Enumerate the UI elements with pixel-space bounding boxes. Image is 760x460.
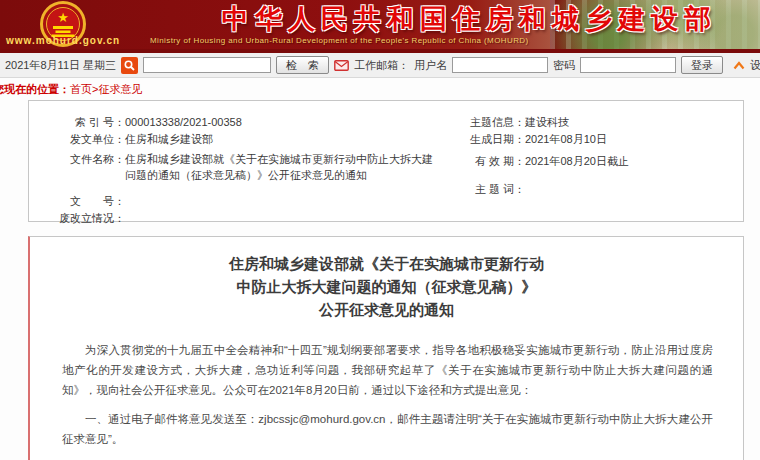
password-label: 密码	[553, 58, 575, 73]
breadcrumb-current-link[interactable]: 征求意见	[98, 83, 142, 95]
work-mail-label: 工作邮箱：	[354, 58, 409, 73]
search-input[interactable]	[143, 57, 271, 73]
notice-title: 住房和城乡建设部就《关于在实施城市更新行动 中防止大拆大建问题的通知（征求意见稿…	[50, 252, 723, 321]
set-homepage-link[interactable]: 设为首页	[750, 58, 760, 73]
meta-value	[525, 181, 735, 197]
site-title: 中华人民共和国住房和城乡建设部	[222, 1, 717, 37]
notice-title-line: 中防止大拆大建问题的通知（征求意见稿）》	[50, 275, 723, 298]
breadcrumb-home-link[interactable]: 首页	[70, 83, 92, 95]
site-url: www.mohurd.gov.cn	[6, 35, 120, 46]
notice-paragraph-email: 一、通过电子邮件将意见发送至：zjbcssjc@mohurd.gov.cn，邮件…	[62, 409, 713, 449]
login-button[interactable]: 登录	[681, 56, 723, 74]
document-meta-panel: 索 引 号： 000013338/2021-00358 发文单位： 住房和城乡建…	[28, 100, 744, 222]
meta-label: 文 号：	[43, 193, 125, 209]
meta-value: 住房和城乡建设部就《关于在实施城市更新行动中防止大拆大建问题的通知（征求意见稿）…	[125, 151, 443, 183]
set-homepage-icon	[733, 61, 745, 70]
search-button[interactable]: 检 索	[276, 56, 329, 74]
meta-column-left: 索 引 号： 000013338/2021-00358 发文单位： 住房和城乡建…	[43, 114, 443, 227]
meta-value	[125, 210, 443, 226]
meta-value: 2021年08月10日	[525, 131, 735, 147]
meta-label: 废改立情况：	[43, 210, 125, 226]
mail-icon	[334, 60, 349, 71]
svg-text:★: ★	[57, 10, 69, 25]
site-subtitle-en: Ministry of Housing and Urban-Rural Deve…	[150, 36, 529, 45]
meta-value: 2021年08月20日截止	[525, 153, 735, 169]
notice-body: 为深入贯彻党的十九届五中全会精神和“十四五”规划纲要部署要求，指导各地积极稳妥实…	[30, 321, 743, 460]
meta-row-issuing-unit: 发文单位： 住房和城乡建设部	[43, 131, 443, 147]
meta-row-document-name: 文件名称： 住房和城乡建设部就《关于在实施城市更新行动中防止大拆大建问题的通知（…	[43, 151, 443, 183]
notice-paragraph-intro: 为深入贯彻党的十九届五中全会精神和“十四五”规划纲要部署要求，指导各地积极稳妥实…	[62, 340, 713, 400]
meta-label: 发文单位：	[43, 131, 125, 147]
password-field[interactable]	[580, 57, 676, 73]
meta-row-repeal-status: 废改立情况：	[43, 210, 443, 226]
username-label: 用户名	[414, 58, 447, 73]
meta-label: 生成日期：	[443, 131, 525, 147]
meta-label: 主题信息：	[443, 114, 525, 130]
meta-row-subject-info: 主题信息： 建设科技	[443, 114, 735, 130]
meta-label: 有 效 期：	[443, 153, 525, 169]
site-header: ★ www.mohurd.gov.cn 中华人民共和国住房和城乡建设部 Mini…	[0, 0, 760, 53]
meta-row-generated-date: 生成日期： 2021年08月10日	[443, 131, 735, 147]
notice-title-line: 住房和城乡建设部就《关于在实施城市更新行动	[50, 252, 723, 275]
meta-value: 000013338/2021-00358	[125, 114, 443, 130]
search-icon	[121, 57, 138, 74]
notice-title-line: 公开征求意见的通知	[50, 298, 723, 321]
breadcrumb: 您现在的位置：首页>征求意见	[0, 82, 142, 97]
top-toolbar: 2021年8月11日 星期三 检 索 工作邮箱：用户名 密码 登录 设为首页 新…	[0, 53, 760, 78]
meta-value	[125, 193, 443, 209]
current-date: 2021年8月11日 星期三	[5, 58, 116, 73]
meta-label: 文件名称：	[43, 151, 125, 183]
meta-label: 主 题 词：	[443, 181, 525, 197]
meta-row-keywords: 主 题 词：	[443, 181, 735, 197]
meta-row-index-number: 索 引 号： 000013338/2021-00358	[43, 114, 443, 130]
breadcrumb-prefix: 您现在的位置：	[0, 83, 70, 95]
meta-value: 住房和城乡建设部	[125, 131, 443, 147]
meta-column-right: 主题信息： 建设科技 生成日期： 2021年08月10日 有 效 期： 2021…	[443, 114, 735, 227]
meta-row-document-number: 文 号：	[43, 193, 443, 209]
meta-value: 建设科技	[525, 114, 735, 130]
username-field[interactable]	[452, 57, 548, 73]
meta-label: 索 引 号：	[43, 114, 125, 130]
meta-row-valid-until: 有 效 期： 2021年08月20日截止	[443, 153, 735, 169]
notice-content-panel: 住房和城乡建设部就《关于在实施城市更新行动 中防止大拆大建问题的通知（征求意见稿…	[28, 236, 744, 460]
